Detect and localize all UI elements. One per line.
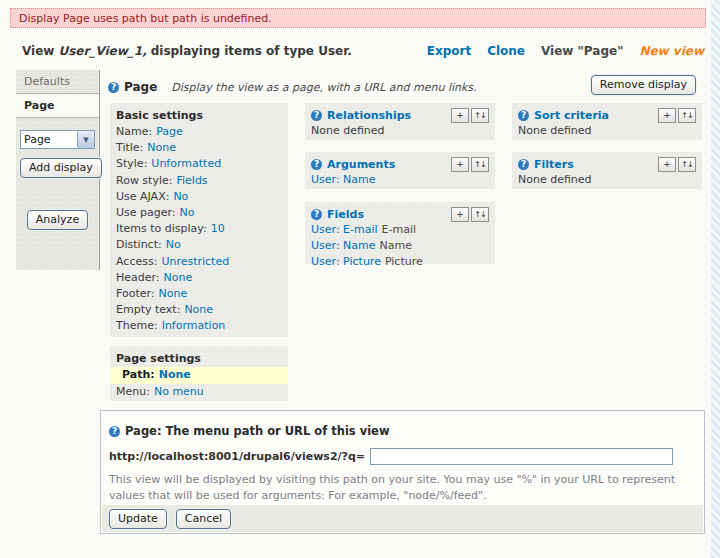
setting-label: Items to display: bbox=[116, 222, 207, 235]
path-input[interactable] bbox=[370, 448, 673, 465]
help-icon[interactable]: ? bbox=[108, 82, 119, 93]
rearrange-button[interactable]: ↑↓ bbox=[471, 157, 489, 172]
new-view-link[interactable]: New view bbox=[639, 44, 704, 58]
plus-icon: + bbox=[663, 110, 671, 121]
field-link[interactable]: User: Name bbox=[311, 239, 376, 252]
setting-label: Path: bbox=[122, 368, 155, 381]
setting-row: Access:Unrestricted bbox=[116, 254, 282, 270]
rearrange-button[interactable]: ↑↓ bbox=[678, 157, 696, 172]
field-link[interactable]: User: Picture bbox=[311, 255, 381, 268]
update-button[interactable]: Update bbox=[109, 509, 167, 529]
path-settings-form: ? Page: The menu path or URL of this vie… bbox=[100, 410, 705, 534]
add-item-button[interactable]: + bbox=[451, 157, 469, 172]
setting-label: Use AJAX: bbox=[116, 190, 169, 203]
display-edit-area: ? Page Display the view as a page, with … bbox=[100, 68, 706, 554]
rearrange-button[interactable]: ↑↓ bbox=[471, 207, 489, 222]
fields-title-link[interactable]: Fields bbox=[327, 208, 364, 221]
filters-title-link[interactable]: Filters bbox=[534, 158, 574, 171]
setting-value-link[interactable]: None bbox=[147, 141, 176, 154]
add-item-button[interactable]: + bbox=[658, 157, 676, 172]
setting-row: Name:Page bbox=[116, 124, 282, 140]
page-background-pattern bbox=[711, 0, 720, 558]
basic-settings-box: Basic settings Name:Page Title:None Styl… bbox=[110, 103, 288, 337]
setting-value-link[interactable]: Information bbox=[162, 319, 226, 332]
rearrange-icon: ↑↓ bbox=[681, 110, 692, 121]
sidebar-tab-defaults[interactable]: Defaults bbox=[16, 70, 99, 94]
setting-row: Empty text:None bbox=[116, 302, 282, 318]
setting-value-link[interactable]: Unformatted bbox=[151, 157, 221, 170]
setting-value-link[interactable]: No bbox=[180, 206, 195, 219]
help-icon[interactable]: ? bbox=[311, 110, 322, 121]
relationships-title-link[interactable]: Relationships bbox=[327, 109, 411, 122]
setting-value-link[interactable]: None bbox=[159, 287, 188, 300]
setting-row: Items to display:10 bbox=[116, 221, 282, 237]
setting-label: Empty text: bbox=[116, 303, 180, 316]
view-name: User_View_1, bbox=[58, 44, 146, 58]
sort-criteria-box: ? Sort criteria + ↑↓ None defined bbox=[512, 103, 702, 140]
fields-box: ? Fields + ↑↓ User: E-mailE-mail User: N… bbox=[305, 202, 495, 264]
rearrange-button[interactable]: ↑↓ bbox=[678, 108, 696, 123]
add-item-button[interactable]: + bbox=[658, 108, 676, 123]
field-item: User: E-mailE-mail bbox=[311, 222, 489, 238]
setting-value-link[interactable]: Fields bbox=[176, 174, 207, 187]
help-icon[interactable]: ? bbox=[109, 426, 120, 437]
path-form-header: ? Page: The menu path or URL of this vie… bbox=[109, 424, 390, 438]
help-icon[interactable]: ? bbox=[311, 209, 322, 220]
arguments-title-link[interactable]: Arguments bbox=[327, 158, 395, 171]
display-header: ? Page Display the view as a page, with … bbox=[108, 78, 477, 96]
setting-value-link[interactable]: Unrestricted bbox=[161, 255, 229, 268]
setting-value-link[interactable]: Page bbox=[156, 125, 183, 138]
setting-value-link[interactable]: No bbox=[166, 238, 181, 251]
view-page-link[interactable]: View "Page" bbox=[541, 44, 623, 58]
setting-label: Access: bbox=[116, 255, 157, 268]
setting-row: Use pager:No bbox=[116, 205, 282, 221]
add-item-button[interactable]: + bbox=[451, 207, 469, 222]
setting-row: Use AJAX:No bbox=[116, 189, 282, 205]
add-display-select[interactable]: Page ▼ bbox=[20, 130, 95, 149]
remove-display-button[interactable]: Remove display bbox=[591, 75, 696, 95]
argument-link[interactable]: User: Name bbox=[311, 173, 376, 186]
setting-row: Row style:Fields bbox=[116, 173, 282, 189]
setting-value-link[interactable]: 10 bbox=[211, 222, 225, 235]
views-admin-page: Display Page uses path but path is undef… bbox=[0, 0, 720, 558]
field-link[interactable]: User: E-mail bbox=[311, 223, 378, 236]
form-actions: Update Cancel bbox=[102, 505, 703, 532]
arguments-box: ? Arguments + ↑↓ User: Name bbox=[305, 152, 495, 189]
sidebar-tab-page[interactable]: Page bbox=[16, 94, 99, 118]
setting-value-link[interactable]: None bbox=[184, 303, 213, 316]
add-display-button[interactable]: Add display bbox=[20, 158, 102, 178]
sort-criteria-title-link[interactable]: Sort criteria bbox=[534, 109, 609, 122]
setting-label: Row style: bbox=[116, 174, 172, 187]
help-icon[interactable]: ? bbox=[518, 110, 529, 121]
setting-row: Theme:Information bbox=[116, 318, 282, 334]
view-header: View User_View_1, displaying items of ty… bbox=[22, 42, 704, 60]
error-message-text: Display Page uses path but path is undef… bbox=[19, 12, 272, 25]
header-links: Export Clone View "Page" New view bbox=[427, 42, 704, 60]
sidebar-controls: Page ▼ Add display Analyze bbox=[16, 118, 99, 230]
display-sidebar: Defaults Page Page ▼ Add display Analyze bbox=[16, 70, 100, 270]
field-label: Name bbox=[380, 239, 412, 252]
analyze-button[interactable]: Analyze bbox=[27, 210, 88, 230]
export-link[interactable]: Export bbox=[427, 44, 471, 58]
rearrange-icon: ↑↓ bbox=[474, 209, 485, 220]
clone-link[interactable]: Clone bbox=[487, 44, 525, 58]
rearrange-icon: ↑↓ bbox=[474, 159, 485, 170]
help-icon[interactable]: ? bbox=[311, 159, 322, 170]
chevron-down-icon: ▼ bbox=[77, 131, 94, 148]
field-item: User: PicturePicture bbox=[311, 254, 489, 270]
setting-label: Theme: bbox=[116, 319, 158, 332]
field-label: Picture bbox=[385, 255, 423, 268]
view-title-prefix: View bbox=[22, 44, 54, 58]
path-form-title: Page: The menu path or URL of this view bbox=[125, 424, 390, 438]
path-url-row: http://localhost:8001/drupal6/views2/?q= bbox=[109, 448, 673, 465]
path-value-link[interactable]: None bbox=[159, 368, 191, 381]
rearrange-button[interactable]: ↑↓ bbox=[471, 108, 489, 123]
plus-icon: + bbox=[456, 209, 464, 220]
setting-value-link[interactable]: No bbox=[173, 190, 188, 203]
add-display-select-value: Page bbox=[21, 133, 51, 146]
cancel-button[interactable]: Cancel bbox=[176, 509, 231, 529]
help-icon[interactable]: ? bbox=[518, 159, 529, 170]
setting-value-link[interactable]: None bbox=[164, 271, 193, 284]
menu-value-link[interactable]: No menu bbox=[154, 385, 204, 398]
add-item-button[interactable]: + bbox=[451, 108, 469, 123]
